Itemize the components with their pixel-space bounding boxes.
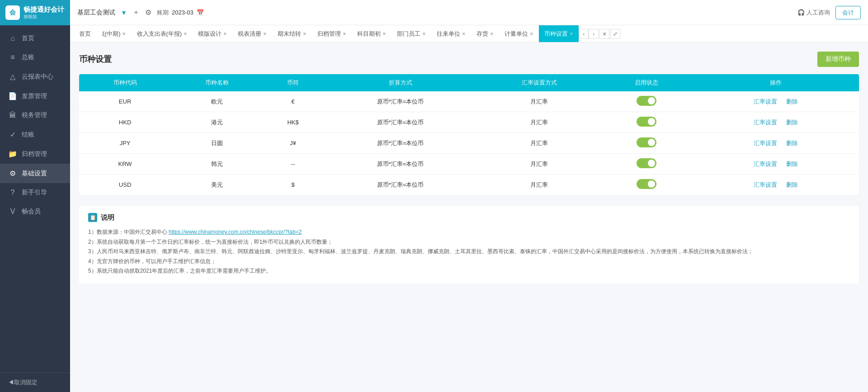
tab-archive[interactable]: 归档管理 × [312,25,352,43]
note-item-2: 2）系统自动获取每月第一个工作日的汇率标价，统一为直接标价法，即1外币可以兑换的… [88,237,850,247]
delete-link-0[interactable]: 删除 [786,98,798,105]
cell-status-2[interactable] [601,133,693,154]
add-tab-button[interactable]: ＋ [132,8,140,17]
sidebar-item-member[interactable]: V畅会员 [0,202,70,221]
sidebar-pin-toggle[interactable]: ◀取消固定 [0,373,70,392]
tab-income[interactable]: 收入支出表(年报) × [132,25,193,43]
sidebar-label-tax: 税务管理 [22,111,47,119]
currency-table: 币种代码 币种名称 币符 折算方式 汇率设置方式 启用状态 操作 EUR 欧元 … [79,74,859,195]
support-link[interactable]: 🎧 人工咨询 [797,9,830,17]
tab-close-template[interactable]: × [223,31,226,37]
page-content: 币种设置 新增币种 币种代码 币种名称 币符 折算方式 汇率设置方式 启用状态 … [70,43,868,392]
tab-department[interactable]: 部门员工 × [392,25,431,43]
tab-tax[interactable]: 税表清册 × [232,25,272,43]
tab-close-period[interactable]: × [303,31,306,37]
sidebar-icon-checkout: ✓ [8,130,17,139]
note-item-4: 4）无官方牌价的币种，可以用户手工维护汇率信息； [88,257,850,267]
sidebar-icon-ledger: ≡ [8,53,17,61]
rate-settings-link-1[interactable]: 汇率设置 [754,119,777,126]
cell-rate-type-1: 月汇率 [477,112,601,133]
sidebar-item-checkout[interactable]: ✓结账 [0,125,70,144]
sidebar-item-ledger[interactable]: ≡总账 [0,48,70,67]
sidebar-icon-reports: △ [8,72,17,81]
sidebar-item-settings[interactable]: ⚙基础设置 [0,164,70,183]
delete-link-4[interactable]: 删除 [786,181,798,188]
new-currency-button[interactable]: 新增币种 [817,52,859,67]
cell-symbol-4: $ [263,175,323,195]
cell-calc-2: 原币*汇率=本位币 [323,133,477,154]
sidebar-item-reports[interactable]: △云报表中心 [0,67,70,86]
sidebar-item-invoice[interactable]: 📄发票管理 [0,86,70,106]
cell-status-4[interactable] [601,175,693,195]
sidebar-label-member: 畅会员 [22,208,41,216]
tab-subject[interactable]: 科目期初 × [352,25,392,43]
toggle-2[interactable] [637,137,656,147]
sidebar-item-archive[interactable]: 📁归档管理 [0,144,70,164]
tab-period[interactable]: 期末结转 × [272,25,312,43]
tab-next-btn[interactable]: › [589,29,599,39]
col-header-calc: 折算方式 [323,74,477,91]
tab-close-income[interactable]: × [184,31,187,37]
delete-link-1[interactable]: 删除 [786,119,798,126]
tab-currency[interactable]: 币种设置 × [539,25,579,43]
cell-status-3[interactable] [601,154,693,175]
toggle-1[interactable] [637,117,656,127]
cell-calc-3: 原币*汇率=本位币 [323,154,477,175]
rate-settings-link-0[interactable]: 汇率设置 [754,98,777,105]
cell-calc-1: 原币*汇率=本位币 [323,112,477,133]
tab-template[interactable]: 模版设计 × [193,25,232,43]
tab-close-archive[interactable]: × [343,31,346,37]
tab-inventory[interactable]: 存货 × [471,25,499,43]
table-row: EUR 欧元 € 原币*汇率=本位币 月汇率 汇率设置 删除 [79,91,859,112]
cell-symbol-3: -- [263,154,323,175]
notes-icon: 📋 [88,213,97,222]
toggle-0[interactable] [637,96,656,106]
period-value: 2023-03 [172,9,193,16]
toggle-3[interactable] [637,158,656,168]
account-button[interactable]: 会计 [835,6,861,19]
rate-settings-link-3[interactable]: 汇率设置 [754,161,777,167]
sidebar-item-guide[interactable]: ?新手引导 [0,183,70,202]
tab-close-subject[interactable]: × [382,31,386,37]
cell-status-1[interactable] [601,112,693,133]
sidebar-logo: 会 畅捷通好会计 旗舰版 [0,0,70,25]
sidebar-label-ledger: 总账 [22,53,34,61]
delete-link-3[interactable]: 删除 [786,161,798,167]
cell-code-0: EUR [79,91,171,112]
delete-link-2[interactable]: 删除 [786,140,798,146]
tab-expand-btn[interactable]: ⤢ [610,29,620,39]
tab-close-department[interactable]: × [422,31,425,37]
tab-home[interactable]: 首页 [74,25,97,43]
cell-actions-3: 汇率设置 删除 [693,154,859,175]
notes-link[interactable]: https://www.chinamoney.com.cn/chinese/bk… [169,229,302,235]
cell-status-0[interactable] [601,91,693,112]
sidebar-item-tax[interactable]: 🏛税务管理 [0,106,70,125]
top-header: 基层工会测试 ▼ ＋ ⚙ 账期 2023-03 📅 🎧 人工咨询 会计 [70,0,868,25]
rate-settings-link-4[interactable]: 汇率设置 [754,181,777,188]
settings-icon[interactable]: ⚙ [145,8,151,17]
tab-balance[interactable]: ξ(中期) × [97,25,132,43]
cell-actions-2: 汇率设置 删除 [693,133,859,154]
tab-clients[interactable]: 往来单位 × [431,25,471,43]
cell-actions-4: 汇率设置 删除 [693,175,859,195]
sidebar-icon-invoice: 📄 [8,92,17,100]
calendar-icon[interactable]: 📅 [197,9,204,16]
tab-close-currency[interactable]: × [570,31,573,37]
note-item-5: 5）系统只能自动抓取2021年度后的汇率，之前年度汇率需要用户手工维护。 [88,266,850,276]
tab-close-balance[interactable]: × [122,31,125,37]
sidebar-item-home[interactable]: ⌂首页 [0,29,70,48]
table-row: HKD 港元 HK$ 原币*汇率=本位币 月汇率 汇率设置 删除 [79,112,859,133]
toggle-4[interactable] [637,179,656,189]
tab-prev-btn[interactable]: ‹ [579,29,589,39]
rate-settings-link-2[interactable]: 汇率设置 [754,140,777,146]
tab-close-unit[interactable]: × [530,31,533,37]
sidebar-icon-member: V [8,208,17,216]
tab-close-tax[interactable]: × [263,31,266,37]
col-header-code: 币种代码 [79,74,171,91]
company-dropdown[interactable]: ▼ [121,9,127,16]
tab-close-all-btn[interactable]: × [599,29,609,39]
tab-close-clients[interactable]: × [462,31,465,37]
tab-unit[interactable]: 计量单位 × [499,25,539,43]
tab-close-inventory[interactable]: × [490,31,493,37]
cell-actions-0: 汇率设置 删除 [693,91,859,112]
